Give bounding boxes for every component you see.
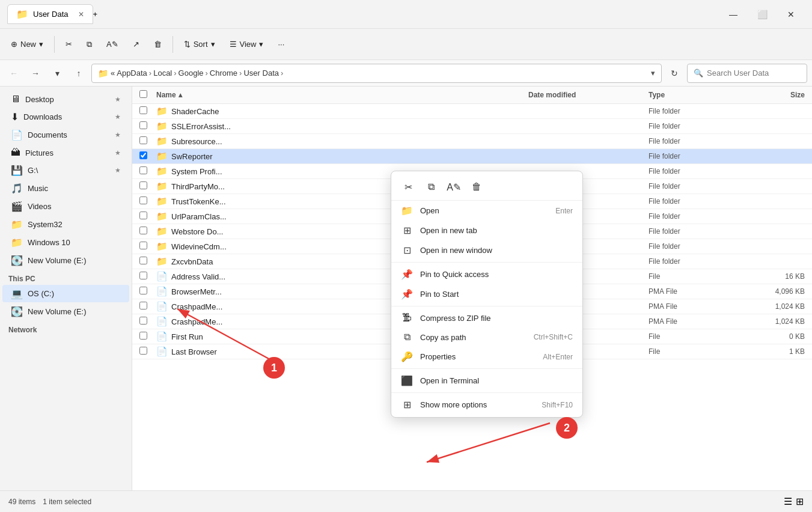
new-button[interactable]: ⊕ New ▾: [5, 36, 49, 52]
ctx-rename-button[interactable]: A✎: [443, 177, 465, 197]
row-checkbox[interactable]: [139, 272, 147, 279]
sidebar-label-newvolume: New Volume (E:): [28, 256, 87, 265]
breadcrumb-google[interactable]: Google: [179, 69, 204, 78]
row-checkbox[interactable]: [139, 227, 147, 234]
sort-icon: ⇅: [184, 40, 191, 49]
context-menu-item[interactable]: 🔑 Properties Alt+Enter: [391, 347, 582, 367]
sidebar-item-music[interactable]: 🎵 Music: [2, 180, 129, 197]
context-menu-item[interactable]: 📁 Open Enter: [391, 201, 582, 221]
ctx-cut-button[interactable]: ✂: [397, 177, 419, 197]
row-checkbox[interactable]: [139, 166, 147, 174]
ctx-item-label: Open in Terminal: [420, 376, 573, 385]
ctx-copy-button[interactable]: ⧉: [420, 177, 442, 197]
ctx-item-icon: 🔑: [401, 351, 413, 362]
ctx-item-icon: ⊞: [401, 225, 413, 236]
search-icon: 🔍: [694, 69, 703, 78]
row-checkbox[interactable]: [139, 151, 147, 159]
new-chevron-icon: ▾: [39, 40, 43, 49]
row-checkbox[interactable]: [139, 197, 147, 204]
ctx-item-label: Show more options: [420, 400, 534, 409]
sidebar-item-osc[interactable]: 💻 OS (C:): [2, 285, 129, 302]
file-icon: 📄: [156, 271, 168, 282]
view-button[interactable]: ☰ View ▾: [224, 36, 270, 52]
pin-icon-downloads: ★: [115, 113, 121, 121]
header-date[interactable]: Date modified: [528, 91, 649, 99]
address-dropdown-button[interactable]: ▾: [651, 69, 655, 78]
share-button[interactable]: ↗: [127, 36, 145, 52]
header-name[interactable]: Name ▴: [156, 91, 528, 99]
address-bar[interactable]: 📁 « AppData › Local › Google › Chrome › …: [91, 64, 662, 83]
sidebar-item-documents[interactable]: 📄 Documents ★: [2, 126, 129, 144]
table-row[interactable]: 📁 ShaderCache File folder: [132, 104, 812, 119]
breadcrumb-appdata-label[interactable]: AppData: [117, 69, 147, 78]
context-menu-item[interactable]: ⧉ Copy as path Ctrl+Shift+C: [391, 328, 582, 347]
close-window-button[interactable]: ✕: [777, 5, 805, 24]
sidebar-item-desktop[interactable]: 🖥 Desktop ★: [2, 91, 129, 108]
expand-button[interactable]: ▾: [48, 64, 66, 82]
active-tab[interactable]: 📁 User Data ✕: [7, 4, 93, 24]
search-input[interactable]: [707, 69, 801, 78]
sidebar-item-newvolume[interactable]: 💽 New Volume (E:): [2, 252, 129, 269]
sidebar-item-pictures[interactable]: 🏔 Pictures ★: [2, 144, 129, 161]
context-menu-item[interactable]: ⬛ Open in Terminal: [391, 371, 582, 391]
table-row[interactable]: 📁 Subresource... File folder: [132, 134, 812, 149]
breadcrumb-userdata[interactable]: User Data: [243, 69, 279, 78]
forward-button[interactable]: →: [26, 64, 44, 82]
up-button[interactable]: ↑: [70, 64, 88, 82]
row-checkbox[interactable]: [139, 242, 147, 249]
cut-button[interactable]: ✂: [60, 36, 78, 52]
context-menu-item[interactable]: 🗜 Compress to ZIP file: [391, 308, 582, 328]
sidebar-label-osc: OS (C:): [28, 289, 54, 298]
row-checkbox[interactable]: [139, 287, 147, 294]
refresh-button[interactable]: ↻: [665, 64, 683, 82]
context-menu-item[interactable]: ⊞ Show more options Shift+F10: [391, 395, 582, 415]
header-type[interactable]: Type: [649, 91, 745, 99]
row-checkbox[interactable]: [139, 212, 147, 219]
breadcrumb-local[interactable]: Local: [153, 69, 172, 78]
ctx-item-shortcut: Enter: [555, 207, 573, 215]
close-tab-button[interactable]: ✕: [78, 10, 84, 19]
select-all-checkbox[interactable]: [139, 90, 147, 98]
breadcrumb-chrome[interactable]: Chrome: [210, 69, 237, 78]
row-checkbox[interactable]: [139, 181, 147, 189]
sort-button[interactable]: ⇅ Sort ▾: [178, 36, 221, 52]
pin-icon-pictures: ★: [115, 149, 121, 157]
rename-button[interactable]: A✎: [100, 36, 124, 52]
context-menu-item[interactable]: ⊞ Open in new tab: [391, 221, 582, 240]
ctx-delete-button[interactable]: 🗑: [466, 177, 487, 197]
sidebar-item-newvolume2[interactable]: 💽 New Volume (E:): [2, 303, 129, 320]
row-checkbox[interactable]: [139, 257, 147, 264]
sidebar-item-videos[interactable]: 🎬 Videos: [2, 198, 129, 215]
grid-view-button[interactable]: ⊞: [796, 496, 804, 507]
more-button[interactable]: ···: [272, 36, 290, 52]
sidebar-item-downloads[interactable]: ⬇ Downloads ★: [2, 108, 129, 126]
header-size[interactable]: Size: [745, 91, 805, 99]
maximize-button[interactable]: ⬜: [748, 5, 776, 24]
sidebar-label-g: G:\: [28, 166, 38, 175]
context-menu: ✂ ⧉ A✎ 🗑 📁 Open Enter ⊞ Open in new tab …: [391, 171, 583, 418]
file-icon: 📄: [156, 316, 168, 327]
table-row[interactable]: 📁 SwReporter File folder: [132, 149, 812, 164]
sidebar-item-windows10[interactable]: 📁 Windows 10: [2, 234, 129, 251]
row-checkbox[interactable]: [139, 347, 147, 355]
copy-button[interactable]: ⧉: [81, 36, 98, 53]
context-menu-item[interactable]: 📌 Pin to Quick access: [391, 264, 582, 284]
delete-button[interactable]: 🗑: [148, 36, 168, 52]
row-checkbox[interactable]: [139, 121, 147, 129]
row-checkbox[interactable]: [139, 332, 147, 340]
row-checkbox[interactable]: [139, 317, 147, 325]
back-button[interactable]: ←: [5, 64, 23, 82]
file-name: Webstore Do...: [171, 227, 223, 236]
sidebar-item-system32[interactable]: 📁 System32: [2, 216, 129, 233]
row-checkbox[interactable]: [139, 302, 147, 309]
ctx-item-shortcut: Ctrl+Shift+C: [534, 333, 573, 341]
list-view-button[interactable]: ☰: [784, 496, 792, 507]
table-row[interactable]: 📁 SSLErrorAssist... File folder: [132, 119, 812, 134]
add-tab-button[interactable]: +: [93, 10, 98, 19]
minimize-button[interactable]: —: [719, 5, 747, 24]
sidebar-item-g[interactable]: 💾 G:\ ★: [2, 162, 129, 179]
context-menu-item[interactable]: 📌 Pin to Start: [391, 284, 582, 304]
row-checkbox[interactable]: [139, 106, 147, 114]
row-checkbox[interactable]: [139, 136, 147, 144]
context-menu-item[interactable]: ⊡ Open in new window: [391, 240, 582, 260]
